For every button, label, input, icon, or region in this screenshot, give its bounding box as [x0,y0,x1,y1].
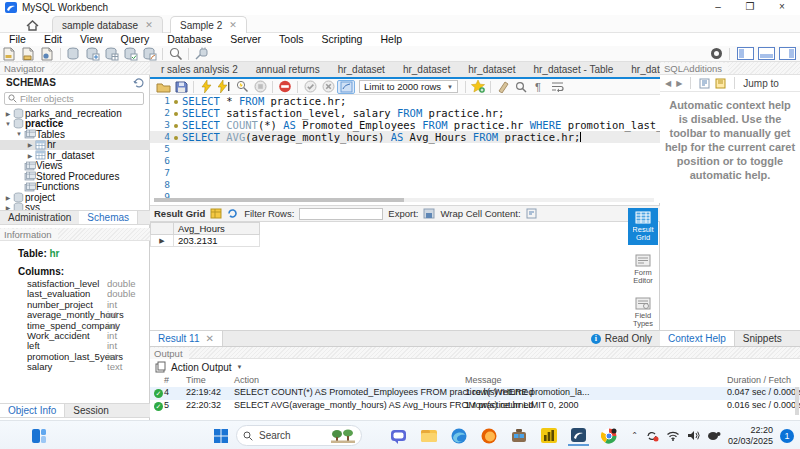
beautify-icon[interactable] [494,80,512,94]
menu-file[interactable]: File [0,33,35,46]
wrap-cell-icon[interactable] [526,208,537,219]
editor-line[interactable]: 4SELECT AVG(average_montly_hours) AS Avg… [150,131,660,143]
menu-query[interactable]: Query [112,33,159,46]
toggle-secondary-sidebar-button[interactable] [779,47,796,60]
wifi-icon[interactable] [666,430,680,441]
query-tab[interactable]: hr_dataset [394,62,459,77]
grid-cell-value[interactable]: 203.2131 [174,235,260,247]
grid-corner-cell[interactable] [150,222,174,235]
execute-current-icon[interactable] [215,80,233,94]
grid-column-header[interactable]: Avg_Hours [174,222,260,235]
tree-item-project[interactable]: ▶project [0,192,150,203]
tree-item-views[interactable]: Views [0,161,150,172]
tab-session[interactable]: Session [65,404,117,417]
editor-line[interactable]: 2SELECT satisfaction_level, salary FROM … [150,107,660,119]
firefox-icon[interactable] [478,425,499,446]
menu-database[interactable]: Database [158,33,221,46]
refresh-icon[interactable] [227,208,239,219]
close-icon[interactable]: ✕ [206,333,214,344]
grid-icon[interactable] [210,208,222,219]
edge-icon[interactable] [448,425,469,446]
menu-help[interactable]: Help [371,33,411,46]
menu-tools[interactable]: Tools [270,33,313,46]
output-log-row[interactable]: ✓522:20:32SELECT AVG(average_montly_hour… [150,400,800,413]
row-selector[interactable]: ▶ [150,235,174,247]
start-button[interactable] [210,425,231,446]
doc-tab-sample-database[interactable]: sample database ✕ [52,16,163,33]
widgets-icon[interactable] [28,425,49,446]
toggle-output-button[interactable] [758,47,775,60]
chevron-down-icon[interactable]: ▼ [4,121,12,127]
chevron-right-icon[interactable]: ▶ [4,194,12,201]
query-tab[interactable]: r sales analysis 2 [152,62,247,77]
context-help-icon[interactable] [699,78,710,89]
editor-line[interactable]: 8 [150,179,660,191]
export-icon[interactable] [423,208,435,219]
close-button[interactable]: × [766,0,798,14]
doc-tab-sample-2[interactable]: Sample 2 ✕ [170,16,247,33]
result-grid-view-button[interactable]: Result Grid [628,208,658,245]
editor-line[interactable]: 7 [150,167,660,179]
chevron-right-icon[interactable]: ▶ [4,110,12,117]
tree-item-hr-dataset[interactable]: ▶hr_dataset [0,150,150,161]
close-icon[interactable]: ✕ [229,20,237,30]
commit-icon[interactable] [301,80,319,94]
tab-context-help[interactable]: Context Help [660,331,735,346]
create-schema-icon[interactable] [83,46,102,61]
vpn-icon[interactable] [645,430,659,442]
invisibles-icon[interactable]: ¶ [530,80,548,94]
save-snippet-icon[interactable] [469,80,487,94]
output-log-row[interactable]: ✓422:19:42SELECT COUNT(*) AS Promoted_Em… [150,387,800,400]
filter-objects-input[interactable]: Filter objects [4,92,144,105]
query-tab[interactable]: annual returns [247,62,329,77]
open-sql-script-icon[interactable] [19,46,38,61]
tree-item-practice[interactable]: ▼practice [0,119,150,130]
open-connection-icon[interactable] [64,46,83,61]
editor-line[interactable]: 3SELECT COUNT(*) AS Promoted_Employees F… [150,119,660,131]
new-model-icon[interactable] [38,46,57,61]
notification-badge[interactable]: 1 [780,429,794,443]
result-grid-row[interactable]: ▶ 203.2131 [150,235,260,247]
close-icon[interactable]: ✕ [145,20,153,30]
updates-icon[interactable] [711,48,722,59]
file-explorer-icon[interactable] [418,425,439,446]
field-types-view-button[interactable]: Field Types [628,294,658,331]
new-sql-tab-icon[interactable] [0,46,19,61]
query-tab[interactable]: hr_dataset - Table [524,62,622,77]
taskbar-search[interactable]: Search [236,425,362,446]
restore-button[interactable]: ❐ [734,0,766,14]
tree-item-parks-and-recreation[interactable]: ▶parks_and_recreation [0,108,150,119]
toggle-sidebar-button[interactable] [737,47,754,60]
menu-edit[interactable]: Edit [35,33,71,46]
forward-icon[interactable]: ▶ [676,79,682,88]
tree-item-hr[interactable]: ▶hr [0,140,150,151]
save-script-icon[interactable] [172,80,190,94]
tree-item-tables[interactable]: ▼Tables [0,129,150,140]
tab-schemas[interactable]: Schemas [79,211,138,224]
execute-icon[interactable] [197,80,215,94]
store-icon[interactable] [508,425,529,446]
chevron-down-icon[interactable]: ▼ [15,131,23,137]
filter-rows-input[interactable] [299,208,383,220]
mysql-workbench-taskbar-icon[interactable] [568,425,589,446]
tab-snippets[interactable]: Snippets [735,331,790,346]
menu-view[interactable]: View [71,33,112,46]
tab-administration[interactable]: Administration [0,211,79,224]
open-script-icon[interactable] [154,80,172,94]
editor-horizontal-scrollbar[interactable] [154,198,654,202]
chevron-right-icon[interactable]: ▶ [26,152,34,159]
refresh-icon[interactable] [133,77,145,88]
create-view-icon[interactable] [121,46,140,61]
editor-line[interactable]: 6 [150,155,660,167]
volume-icon[interactable] [687,430,700,441]
form-editor-view-button[interactable]: Form Editor [628,251,658,288]
editor-line[interactable]: 1SELECT * FROM practice.hr; [150,95,660,107]
tree-item-stored-procedures[interactable]: Stored Procedures [0,171,150,182]
find-icon[interactable] [512,80,530,94]
toggle-autocommit-icon[interactable] [337,80,355,94]
query-tab[interactable]: hr_dataset [329,62,394,77]
menu-server[interactable]: Server [221,33,270,46]
toggle-auto-help-icon[interactable] [715,78,726,89]
taskbar-clock[interactable]: 22:20 02/03/2025 [728,425,773,447]
explain-icon[interactable] [233,80,251,94]
